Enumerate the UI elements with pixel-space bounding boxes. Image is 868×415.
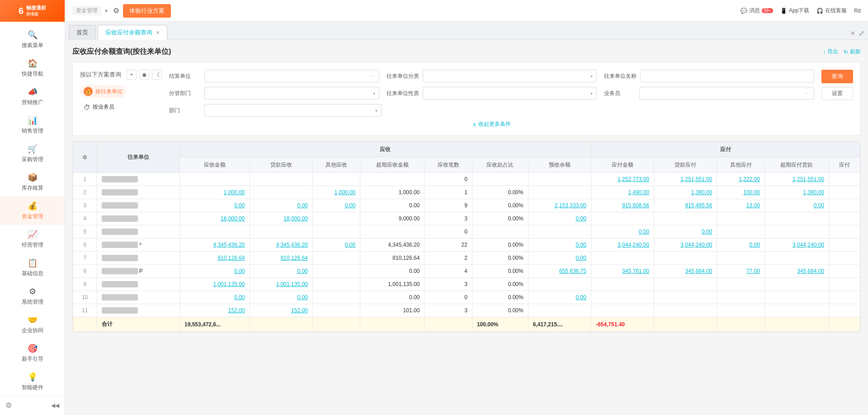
th-overdue-payable: 超期应付货款: [764, 157, 829, 173]
salesperson-dots: ···: [804, 89, 810, 97]
export-button[interactable]: ↑ 导出: [823, 48, 838, 56]
th-payable-amount: 应付金额: [591, 157, 654, 173]
salesperson-input[interactable]: ···: [639, 87, 814, 100]
partner-category-input[interactable]: ▾: [423, 70, 597, 82]
filter-dept-manager: 分管部门 ▾: [169, 87, 379, 100]
scheme-by-salesperson[interactable]: ⏱ 按业务员: [80, 101, 126, 113]
footer-loan-receivable: [250, 317, 312, 332]
sidebar-item-inventory[interactable]: 📦 库存核算: [0, 168, 65, 196]
th-partner: 往来单位: [97, 142, 179, 173]
filter-row-1: 结算单位 ··· 往来单位分类 ▾: [169, 70, 814, 82]
department-arrow: ▾: [375, 108, 377, 113]
finance-icon: 💰: [28, 201, 38, 211]
th-other-receivable: 其他应收: [312, 157, 360, 173]
scheme-by-partner[interactable]: 💰 按往来单位: [80, 85, 126, 98]
sidebar-item-label: 新手引导: [22, 355, 43, 363]
sidebar-item-basic-info[interactable]: 📋 基础信息: [0, 253, 65, 282]
filter-collapse-btn[interactable]: 《: [152, 70, 162, 80]
filter-add-btn[interactable]: +: [127, 70, 137, 80]
data-table: ⚙ 往来单位 应收 应付 应收金额 贷款应收 其他应收 超期应收金额 应收笔数 …: [73, 142, 860, 332]
settings-footer-icon[interactable]: ⚙: [5, 401, 12, 410]
sidebar-item-home[interactable]: 🏠 快捷导航: [0, 54, 65, 82]
tab-close-btn[interactable]: ×: [156, 29, 160, 36]
sidebar-item-system[interactable]: ⚙ 系统管理: [0, 282, 65, 310]
sidebar-item-collab[interactable]: 🤝 企业协同: [0, 310, 65, 339]
partner-name-input[interactable]: [640, 70, 814, 82]
messages-badge[interactable]: 💬 消息 99+: [741, 7, 773, 14]
filter-edit-btn[interactable]: ◉: [139, 70, 149, 80]
footer-label: [73, 317, 97, 332]
partner-nature-input[interactable]: ▾: [423, 87, 597, 100]
salesperson-label: 业务员: [604, 90, 636, 97]
dept-manager-label: 分管部门: [169, 90, 201, 97]
filter-partner-name: 往来单位名称: [604, 70, 814, 82]
footer-receivable-ratio: 100.00%: [472, 317, 528, 332]
th-settings[interactable]: ⚙: [73, 142, 97, 173]
collapse-icon: ∧: [472, 121, 476, 128]
sidebar-item-finance[interactable]: 💰 资金管理: [0, 196, 65, 225]
settlement-unit-input[interactable]: ···: [204, 70, 379, 82]
sidebar-item-hardware[interactable]: 💡 智能硬件: [0, 367, 65, 395]
table-footer-row: 合计 19,553,472,6... 100.00% 6,417,215....…: [73, 317, 860, 332]
sidebar-item-label: 快捷导航: [22, 70, 43, 78]
dept-manager-arrow: ▾: [373, 91, 375, 96]
breadcrumb-chevron[interactable]: ▾: [105, 8, 108, 14]
main-content: 应收应付余额查询(按往来单位) ↑ 导出 ↻ 刷新 按以下方案查询 + ◉ 《: [65, 40, 868, 415]
topbar-settings-icon[interactable]: ⚙: [113, 6, 119, 15]
refresh-button[interactable]: ↻ 刷新: [844, 48, 861, 56]
th-loan-receivable: 贷款应收: [250, 157, 312, 173]
sidebar-item-sales[interactable]: 📊 销售管理: [0, 111, 65, 139]
settlement-unit-dots: ···: [369, 72, 375, 80]
collapse-more-btn[interactable]: ∧ 收起更多条件: [169, 117, 814, 128]
user-name[interactable]: Rit: [854, 8, 861, 14]
sidebar-item-label: 营销推广: [22, 99, 43, 106]
sidebar-nav: 🔍 搜索菜单 🏠 快捷导航 📣 营销推广 📊 销售管理 🛒 采购管理 📦 库存核…: [0, 22, 65, 395]
table-row: 7 810,126.64810,126.64810,126.6420.00%0.…: [73, 252, 860, 265]
scheme-partner-icon: 💰: [84, 87, 93, 96]
table-row: 9 1,001,135.001,001,135.001,001,135.0030…: [73, 278, 860, 291]
th-other-payable: 其他应付: [717, 157, 764, 173]
tab-close-window[interactable]: ×: [851, 29, 855, 38]
collapse-sidebar-btn[interactable]: ◀◀: [51, 402, 59, 409]
footer-other-receivable: [312, 317, 360, 332]
partner-category-arrow: ▾: [590, 74, 593, 79]
app-download-link[interactable]: 📱 App下载: [780, 7, 809, 14]
home-icon: 🏠: [28, 58, 38, 68]
purchase-icon: 🛒: [28, 144, 38, 154]
sidebar-item-purchase[interactable]: 🛒 采购管理: [0, 139, 65, 168]
sidebar-item-guide[interactable]: 🎯 新手引导: [0, 339, 65, 367]
sidebar-item-operations[interactable]: 📈 经营管理: [0, 225, 65, 253]
table-row: 5 00.000.00: [73, 225, 860, 239]
th-receivable-amount: 应收金额: [179, 157, 250, 173]
footer-receivable-count: [425, 317, 472, 332]
tab-home[interactable]: 首页: [69, 25, 96, 39]
filter-header: 按以下方案查询 + ◉ 《: [80, 70, 162, 80]
promo-button[interactable]: 体验行业方案: [123, 4, 171, 18]
tab-current-label: 应收应付余额查询: [105, 29, 152, 37]
footer-payable-next: [829, 317, 860, 332]
tab-current[interactable]: 应收应付余额查询 ×: [98, 25, 167, 39]
footer-partner-label: 合计: [97, 317, 179, 332]
department-input[interactable]: ▾: [204, 104, 382, 117]
tab-maximize[interactable]: ⤢: [859, 29, 864, 38]
online-support-link[interactable]: 🎧 在线客服: [816, 7, 847, 14]
topbar-right: 💬 消息 99+ 📱 App下载 🎧 在线客服 Rit: [741, 7, 861, 14]
footer-other-payable: [717, 317, 764, 332]
footer-loan-payable: [654, 317, 717, 332]
export-icon: ↑: [823, 49, 826, 55]
sidebar-item-search[interactable]: 🔍 搜索菜单: [0, 25, 65, 54]
query-button[interactable]: 查询: [821, 70, 853, 83]
department-label: 部门: [169, 107, 201, 114]
dept-manager-input[interactable]: ▾: [204, 87, 379, 100]
sidebar-item-label: 智能硬件: [22, 384, 43, 391]
tab-bar: 首页 应收应付余额查询 × × ⤢: [65, 22, 868, 40]
sidebar-item-marketing[interactable]: 📣 营销推广: [0, 82, 65, 111]
partner-nature-label: 往来单位性质: [387, 90, 419, 97]
partner-nature-arrow: ▾: [590, 91, 593, 96]
app-name: 畅捷通财: [26, 5, 46, 11]
messages-count: 99+: [762, 8, 773, 13]
app-edition: 标准版: [26, 11, 46, 17]
setting-button[interactable]: 设置: [821, 87, 853, 100]
message-icon: 💬: [741, 8, 747, 14]
table-container: ⚙ 往来单位 应收 应付 应收金额 贷款应收 其他应收 超期应收金额 应收笔数 …: [72, 141, 861, 332]
